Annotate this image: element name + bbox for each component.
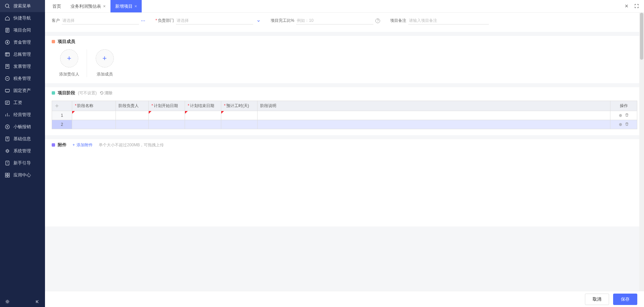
stages-table: 阶段名称 阶段负责人 计划开始日期 计划结束日期 预计工时(天) 阶段说明 bbox=[52, 101, 610, 129]
collapse-icon[interactable] bbox=[35, 299, 40, 304]
sidebar-item-search[interactable]: 搜索菜单 bbox=[0, 0, 45, 12]
sidebar-item-ledger[interactable]: 总账管理 bbox=[0, 48, 45, 60]
document-icon bbox=[5, 28, 10, 33]
sidebar-item-label: 税务管理 bbox=[13, 75, 31, 82]
more-icon[interactable]: ··· bbox=[141, 18, 145, 23]
add-row-icon[interactable]: ⊕ bbox=[619, 113, 622, 118]
settings-icon[interactable] bbox=[5, 299, 10, 304]
dept-select[interactable] bbox=[176, 17, 253, 24]
sidebar-item-guide[interactable]: 新手引导 bbox=[0, 157, 45, 169]
basic-form-panel: 客户 ··· *负责部门 项目完工比% ? bbox=[45, 13, 644, 32]
section-dot-icon bbox=[52, 143, 55, 147]
ops-table: 操作 ⊕ ⊕ bbox=[610, 101, 637, 129]
table-header-row: 阶段名称 阶段负责人 计划开始日期 计划结束日期 预计工时(天) 阶段说明 bbox=[52, 101, 610, 111]
section-dot-icon bbox=[52, 91, 55, 95]
remark-input[interactable] bbox=[408, 17, 489, 24]
sidebar-item-reimburse[interactable]: 小畅报销 bbox=[0, 121, 45, 133]
sidebar-item-contract[interactable]: 项目合同 bbox=[0, 24, 45, 36]
plus-icon: + bbox=[73, 143, 75, 147]
cell-desc[interactable] bbox=[258, 120, 610, 129]
section-dot-icon bbox=[52, 40, 55, 43]
reimburse-icon bbox=[5, 124, 10, 130]
field-remark: 项目备注 bbox=[390, 17, 489, 24]
add-owner-label: 添加责任人 bbox=[59, 71, 79, 77]
sidebar-item-salary[interactable]: 工资 bbox=[0, 97, 45, 109]
info-icon bbox=[5, 136, 10, 142]
stages-panel: 项目阶段 (可不设置) 清除 bbox=[45, 87, 644, 135]
cell-start[interactable] bbox=[149, 120, 185, 129]
sidebar-item-info[interactable]: 基础信息 bbox=[0, 133, 45, 145]
cell-end[interactable] bbox=[185, 120, 221, 129]
cell-days[interactable] bbox=[221, 111, 258, 120]
cell-start[interactable] bbox=[149, 111, 185, 120]
sidebar-item-nav[interactable]: 快捷导航 bbox=[0, 12, 45, 24]
tab-label: 新增项目 bbox=[115, 3, 133, 9]
section-title: 项目成员 bbox=[58, 39, 75, 45]
svg-rect-15 bbox=[8, 175, 9, 177]
home-icon bbox=[5, 15, 10, 21]
clear-button[interactable]: 清除 bbox=[99, 90, 112, 96]
chevron-down-icon[interactable] bbox=[257, 19, 261, 23]
col-owner: 阶段负责人 bbox=[116, 101, 149, 111]
sidebar-item-system[interactable]: 系统管理 bbox=[0, 145, 45, 157]
sidebar-item-label: 系统管理 bbox=[13, 148, 31, 154]
add-owner-box: + 添加责任人 bbox=[52, 49, 87, 77]
sidebar-item-appcenter[interactable]: 应用中心 bbox=[0, 169, 45, 181]
gear-header[interactable] bbox=[52, 101, 72, 111]
tab-home[interactable]: 首页 bbox=[48, 0, 66, 12]
svg-point-10 bbox=[6, 150, 8, 152]
table-row[interactable]: 2 bbox=[52, 120, 610, 129]
close-panel-icon[interactable]: × bbox=[623, 2, 631, 10]
content-scroll[interactable]: 客户 ··· *负责部门 项目完工比% ? bbox=[45, 13, 644, 307]
tab-label: 业务利润预估表 bbox=[71, 3, 101, 9]
svg-rect-13 bbox=[8, 173, 9, 175]
cell-owner[interactable] bbox=[116, 111, 149, 120]
svg-point-17 bbox=[56, 105, 57, 106]
customer-input[interactable] bbox=[62, 17, 139, 24]
sidebar-item-label: 搜索菜单 bbox=[13, 3, 31, 9]
add-owner-button[interactable]: + bbox=[60, 49, 78, 67]
row-number: 1 bbox=[52, 111, 72, 120]
scrollbar-thumb[interactable] bbox=[640, 13, 643, 60]
table-row[interactable]: 1 bbox=[52, 111, 610, 120]
complete-input[interactable] bbox=[296, 17, 373, 24]
svg-rect-14 bbox=[5, 175, 7, 177]
cell-end[interactable] bbox=[185, 111, 221, 120]
tax-icon bbox=[5, 76, 10, 81]
footer-bar: 取消 保存 bbox=[45, 291, 644, 307]
add-member-label: 添加成员 bbox=[97, 71, 113, 77]
sidebar: 搜索菜单 快捷导航 项目合同 资金管理 总账管理 发票管理 税务管理 固定资产 bbox=[0, 0, 45, 307]
delete-row-icon[interactable] bbox=[625, 113, 629, 118]
sidebar-item-funds[interactable]: 资金管理 bbox=[0, 36, 45, 48]
expand-icon[interactable] bbox=[633, 2, 641, 10]
row-number: 2 bbox=[52, 120, 72, 129]
vertical-scrollbar[interactable] bbox=[639, 13, 644, 291]
cell-owner[interactable] bbox=[116, 120, 149, 129]
close-icon[interactable]: × bbox=[135, 4, 137, 9]
close-icon[interactable]: × bbox=[103, 4, 106, 9]
sidebar-item-business[interactable]: 经营管理 bbox=[0, 109, 45, 121]
tab-profit-estimate[interactable]: 业务利润预估表 × bbox=[66, 0, 110, 12]
add-member-button[interactable]: + bbox=[96, 49, 114, 67]
cancel-button[interactable]: 取消 bbox=[585, 294, 609, 305]
svg-rect-12 bbox=[5, 173, 7, 175]
help-icon[interactable]: ? bbox=[375, 18, 380, 23]
cell-days[interactable] bbox=[221, 120, 258, 129]
sidebar-item-tax[interactable]: 税务管理 bbox=[0, 72, 45, 85]
svg-point-0 bbox=[5, 4, 9, 7]
sidebar-item-label: 发票管理 bbox=[13, 63, 31, 69]
sidebar-item-invoice[interactable]: 发票管理 bbox=[0, 60, 45, 72]
svg-rect-7 bbox=[5, 101, 9, 104]
tab-new-project[interactable]: 新增项目 × bbox=[110, 0, 142, 12]
delete-row-icon[interactable] bbox=[625, 122, 629, 127]
cell-name[interactable] bbox=[72, 111, 116, 120]
add-row-icon[interactable]: ⊕ bbox=[619, 122, 622, 127]
cell-desc[interactable] bbox=[258, 111, 610, 120]
sidebar-item-asset[interactable]: 固定资产 bbox=[0, 85, 45, 97]
cell-name[interactable] bbox=[72, 120, 116, 129]
appcenter-icon bbox=[5, 172, 10, 178]
add-attachment-link[interactable]: + 添加附件 bbox=[73, 142, 93, 148]
sidebar-item-label: 项目合同 bbox=[13, 27, 31, 33]
attachment-hint: 单个大小不超过200MB，可拖拽上传 bbox=[99, 142, 164, 148]
save-button[interactable]: 保存 bbox=[613, 294, 637, 305]
